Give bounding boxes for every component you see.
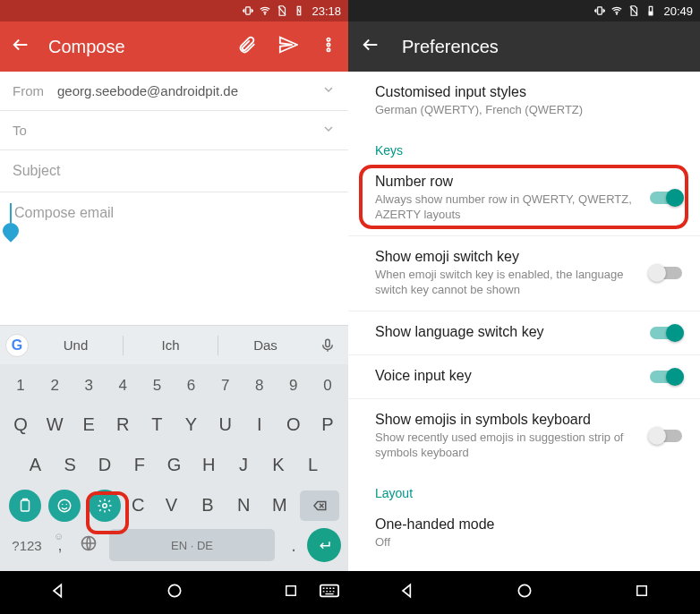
- svg-rect-7: [21, 500, 30, 511]
- chevron-down-icon[interactable]: [321, 82, 336, 99]
- key[interactable]: Q: [4, 407, 38, 442]
- pref-voice-input-key[interactable]: Voice input key: [348, 355, 700, 398]
- key[interactable]: 0: [311, 370, 345, 402]
- mic-icon[interactable]: [320, 337, 336, 354]
- suggestion-word[interactable]: Ich: [124, 337, 218, 353]
- key[interactable]: M: [263, 488, 295, 523]
- key[interactable]: O: [277, 407, 311, 442]
- body-field[interactable]: Compose email: [0, 192, 348, 325]
- svg-point-5: [327, 48, 329, 51]
- key[interactable]: R: [106, 407, 140, 442]
- no-sim-icon: [276, 4, 288, 17]
- switch[interactable]: [650, 327, 682, 339]
- period-key[interactable]: .: [280, 535, 307, 556]
- key[interactable]: P: [311, 407, 345, 442]
- svg-point-11: [103, 503, 107, 507]
- nav-recents-icon[interactable]: [634, 583, 650, 602]
- suggestion-word[interactable]: Das: [218, 337, 312, 353]
- pref-language-switch-key[interactable]: Show language switch key: [348, 311, 700, 354]
- spacebar[interactable]: EN · DE: [109, 529, 275, 561]
- pref-custom-input-styles[interactable]: Customised input styles German (QWERTY),…: [348, 72, 700, 131]
- key[interactable]: Y: [174, 407, 208, 442]
- google-search-icon[interactable]: G: [5, 334, 29, 357]
- key[interactable]: 5: [140, 370, 174, 402]
- key[interactable]: 1: [4, 370, 38, 402]
- svg-rect-6: [326, 339, 330, 346]
- key[interactable]: E: [72, 407, 106, 442]
- key[interactable]: T: [140, 407, 174, 442]
- nav-back-icon[interactable]: [398, 582, 416, 603]
- keyboard-toggle-icon[interactable]: [320, 584, 339, 601]
- key[interactable]: J: [226, 448, 261, 482]
- svg-rect-0: [246, 7, 251, 14]
- key[interactable]: 3: [72, 370, 106, 402]
- app-title: Preferences: [402, 37, 499, 57]
- key[interactable]: S: [53, 448, 88, 482]
- back-icon[interactable]: [11, 35, 30, 58]
- key[interactable]: B: [192, 488, 224, 523]
- nav-home-icon[interactable]: [516, 582, 534, 603]
- wifi-icon: [610, 4, 623, 17]
- svg-point-20: [519, 584, 531, 596]
- key[interactable]: 2: [38, 370, 72, 402]
- key[interactable]: W: [38, 407, 72, 442]
- symbols-key[interactable]: ?123: [7, 538, 47, 553]
- from-field[interactable]: From georg.seebode@androidpit.de: [0, 72, 348, 111]
- send-icon[interactable]: [278, 35, 298, 58]
- back-icon[interactable]: [361, 35, 380, 58]
- pref-one-handed-mode[interactable]: One-handed mode Off: [348, 504, 700, 563]
- key[interactable]: 7: [209, 370, 243, 402]
- chevron-down-icon[interactable]: [321, 122, 336, 139]
- key[interactable]: U: [209, 407, 243, 442]
- key[interactable]: C: [124, 488, 151, 523]
- key[interactable]: D: [88, 448, 123, 482]
- nav-recents-icon[interactable]: [283, 583, 299, 602]
- key[interactable]: L: [295, 448, 330, 482]
- switch[interactable]: [650, 371, 682, 383]
- enter-key[interactable]: [307, 528, 341, 562]
- comma-key[interactable]: ☺,: [47, 536, 73, 555]
- key[interactable]: F: [122, 448, 157, 482]
- preferences-list[interactable]: Customised input styles German (QWERTY),…: [348, 72, 700, 571]
- pref-emoji-switch-key[interactable]: Show emoji switch key When emoji switch …: [348, 236, 700, 311]
- keyboard: G Und Ich Das 1 2 3 4 5 6 7 8 9 0: [0, 325, 348, 571]
- status-bar: 23:18: [0, 0, 348, 21]
- nav-back-icon[interactable]: [49, 582, 67, 603]
- key[interactable]: A: [18, 448, 53, 482]
- backspace-key[interactable]: [300, 490, 339, 521]
- overflow-icon[interactable]: [320, 36, 337, 57]
- clipboard-key[interactable]: [9, 490, 41, 522]
- switch[interactable]: [650, 267, 682, 279]
- section-layout: Layout: [348, 473, 700, 504]
- key[interactable]: V: [155, 488, 187, 523]
- pref-number-row[interactable]: Number row Always show number row in QWE…: [348, 161, 700, 235]
- battery-icon: [645, 4, 657, 17]
- key[interactable]: 8: [243, 370, 277, 402]
- switch[interactable]: [650, 192, 682, 204]
- key[interactable]: 9: [277, 370, 311, 402]
- key[interactable]: N: [227, 488, 260, 523]
- language-switch-key[interactable]: [73, 534, 104, 556]
- wifi-icon: [259, 4, 271, 17]
- key[interactable]: 4: [106, 370, 140, 402]
- vibrate-icon: [593, 4, 606, 17]
- key[interactable]: I: [243, 407, 277, 442]
- switch[interactable]: [650, 430, 682, 442]
- emoji-key[interactable]: [48, 490, 81, 522]
- key[interactable]: G: [157, 448, 192, 482]
- text-cursor-handle[interactable]: [0, 219, 22, 242]
- settings-key[interactable]: [89, 490, 121, 522]
- section-keys: Keys: [348, 131, 700, 161]
- pref-show-emojis-symbols[interactable]: Show emojis in symbols keyboard Show rec…: [348, 399, 700, 473]
- key[interactable]: H: [192, 448, 226, 482]
- suggestion-word[interactable]: Und: [29, 337, 123, 353]
- attach-icon[interactable]: [237, 35, 257, 58]
- subject-field[interactable]: Subject: [0, 150, 348, 192]
- key[interactable]: K: [260, 448, 295, 482]
- from-value: georg.seebode@androidpit.de: [57, 83, 309, 98]
- svg-point-1: [265, 13, 266, 14]
- key[interactable]: 6: [174, 370, 208, 402]
- to-field[interactable]: To: [0, 111, 348, 150]
- nav-home-icon[interactable]: [166, 582, 184, 603]
- svg-rect-21: [637, 586, 647, 596]
